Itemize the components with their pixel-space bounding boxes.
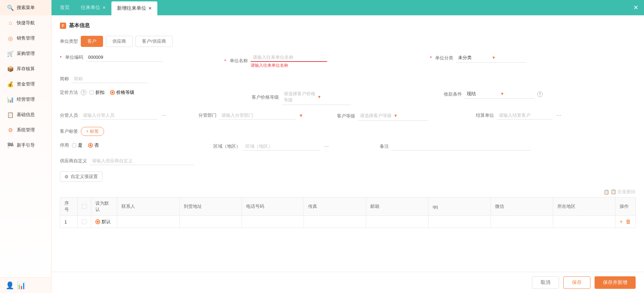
row-wechat [490,216,553,228]
row-default-radio[interactable]: 默认 [95,219,113,225]
sidebar-item-inventory[interactable]: 📦 库存核算 [0,61,51,76]
sidebar-item-management[interactable]: 📊 经营管理 [0,92,51,107]
row-fax-input[interactable] [308,219,362,225]
unit-name-input-wrapper: 请输入往来单位名称 [251,53,327,68]
unit-type-group: 客户 供应商 客户/供应商 [81,36,173,47]
remarks-input[interactable] [392,142,531,150]
disabled-yes-option[interactable]: 是 [72,142,83,148]
disabled-region-row: 停用 是 否 区域（地区） ··· [60,142,636,150]
sidebar-item-search[interactable]: 🔍 搜索菜单 [0,0,51,15]
remarks-label: 备注 [380,143,389,149]
row-checkbox [77,216,91,228]
row-address-input[interactable] [184,219,237,225]
row-actions: + 🗑 [615,216,635,228]
sidebar-item-system[interactable]: ⚙ 系统管理 [0,122,51,138]
remarks-cell: 备注 [380,142,636,150]
payment-terms-caret: ▼ [500,91,532,96]
unit-type-label: 单位类型 [60,38,78,44]
sidebar-item-guide[interactable]: 🏁 新手引导 [0,138,51,153]
header-checkbox[interactable] [82,204,87,209]
row-no: 1 [60,216,78,228]
supervisor-cell: 分管人员 ··· [60,111,198,120]
tab-new-partner[interactable]: 新增往来单位 ✕ [111,1,157,15]
tab-partner-close[interactable]: ✕ [102,6,106,10]
supervisor-dots-btn[interactable]: ··· [160,112,167,119]
sidebar-item-label: 系统管理 [17,127,35,133]
row-location-input[interactable] [557,219,611,225]
sidebar: 🔍 搜索菜单 ⌂ 快捷导航 ◎ 销售管理 🛒 采购管理 📦 库存核算 💰 资金管… [0,0,52,293]
settlement-unit-label: 结算单位 [476,112,494,119]
pricing-radio-group: 折扣 价格等级 [89,89,134,96]
payment-terms-label: 收款条件 [444,91,462,97]
batch-delete-label[interactable]: 📋 批量删除 [611,189,636,195]
disabled-no-radio[interactable] [88,143,93,148]
custom-settings-button[interactable]: ⚙ 自定义项设置 [60,171,102,182]
department-input[interactable] [219,111,296,120]
sidebar-item-purchase[interactable]: 🛒 采购管理 [0,46,51,61]
custom-settings-label: 自定义项设置 [71,173,98,180]
sidebar-item-label: 经营管理 [17,96,35,103]
tab-partner[interactable]: 往来单位 ✕ [75,0,111,15]
tab-new-partner-close[interactable]: ✕ [148,6,152,10]
unit-type-supplier-btn[interactable]: 供应商 [106,36,133,47]
payment-terms-cell: 收款条件 现结 ▼ ? [444,89,636,99]
unit-category-label: 单位分类 [435,55,453,61]
supervisor-label: 分管人员 [60,112,78,119]
row-checkbox-input[interactable] [82,219,87,224]
pricing-level-radio[interactable] [110,90,115,95]
sidebar-bottom: 👤 📊 [0,277,51,293]
purchase-icon: 🛒 [7,50,14,57]
save-button[interactable]: 保存 [563,276,590,289]
department-label: 分管部门 [198,112,217,119]
cancel-button[interactable]: 取消 [532,276,559,289]
unit-category-select[interactable]: 未分类 ▼ [456,53,526,63]
sidebar-item-basic-info[interactable]: 📋 基础信息 [0,107,51,122]
unit-category-cell: * 单位分类 未分类 ▼ [430,53,636,63]
row-add-btn[interactable]: + [620,219,623,225]
sidebar-item-sales[interactable]: ◎ 销售管理 [0,31,51,46]
customer-tag-cell: 客户标签 + 标签 [60,127,636,136]
payment-terms-help-icon[interactable]: ? [537,91,543,97]
row-phone-input[interactable] [246,219,300,225]
sidebar-item-quick-nav[interactable]: ⌂ 快捷导航 [0,15,51,31]
row-delete-btn[interactable]: 🗑 [626,219,631,225]
pricing-help-icon[interactable]: ? [81,90,86,95]
customer-price-level-select[interactable]: 请选择客户价格等级 ▼ [282,89,351,105]
window-close-button[interactable]: ✕ [630,4,641,11]
abbreviation-label: 简称 [60,76,69,82]
region-input[interactable] [243,142,320,150]
department-caret: ▼ [299,113,303,118]
settings-gear-icon: ⚙ [64,174,69,179]
sidebar-item-finance[interactable]: 💰 资金管理 [0,76,51,92]
pricing-level-option[interactable]: 价格等级 [110,89,134,96]
row-contact-input[interactable] [121,219,175,225]
pricing-discount-option[interactable]: 折扣 [89,89,104,96]
tab-home[interactable]: 首页 [54,0,75,15]
supplier-custom-input[interactable] [90,157,194,165]
settlement-unit-dots-btn[interactable]: ··· [555,112,563,119]
row-email-input[interactable] [370,219,424,225]
pricing-row: 定价方法 ? 折扣 价格等级 客户价格等级 请选择客户价格等级 [60,89,636,105]
row-qq-input[interactable] [433,219,486,225]
unit-code-input[interactable] [86,53,163,62]
sidebar-item-label: 新手引导 [17,142,35,148]
unit-type-both-btn[interactable]: 客户/供应商 [135,36,173,47]
save-and-new-button[interactable]: 保存并新增 [595,276,636,289]
unit-name-input[interactable] [251,53,327,62]
disabled-yes-radio[interactable] [72,143,77,148]
customer-level-select[interactable]: 请选择客户等级 ▼ [358,111,427,121]
pricing-discount-radio[interactable] [89,90,94,95]
abbreviation-input[interactable] [72,75,148,83]
payment-terms-select[interactable]: 现结 ▼ [465,89,534,99]
supervisor-input[interactable] [81,111,157,120]
unit-category-caret: ▼ [492,55,524,60]
region-dots-btn[interactable]: ··· [323,143,330,149]
customer-price-level-cell: 客户价格等级 请选择客户价格等级 ▼ [252,89,443,105]
settlement-unit-input[interactable] [497,111,552,120]
row-wechat-input[interactable] [495,219,549,225]
sidebar-item-label: 搜索菜单 [17,5,35,11]
add-tag-button[interactable]: + 标签 [81,127,104,136]
unit-type-customer-btn[interactable]: 客户 [81,36,103,47]
col-email: 邮箱 [366,197,429,216]
disabled-no-option[interactable]: 否 [88,142,99,148]
